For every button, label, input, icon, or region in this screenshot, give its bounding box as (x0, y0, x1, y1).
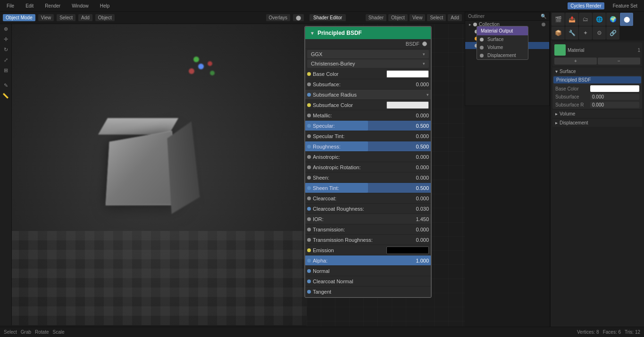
props-tab-render[interactable]: 🎬 (552, 13, 565, 26)
status-faces: Faces: 6 (603, 329, 621, 335)
clearcoat-normal-label: Clearcoat Normal (313, 279, 429, 284)
displacement-section-header[interactable]: ▸ Displacement (552, 119, 642, 127)
prop-emission[interactable]: Emission (305, 245, 431, 255)
surface-section-header[interactable]: ▾ Surface (552, 67, 642, 75)
prop-subsurface[interactable]: Subsurface: 0.000 (305, 79, 431, 90)
menu-render[interactable]: Render (42, 2, 63, 9)
prop-specular[interactable]: Specular: 0.500 (305, 121, 431, 131)
menu-edit[interactable]: Edit (23, 2, 36, 9)
prop-ior[interactable]: IOR: 1.450 (305, 214, 431, 224)
engine-options[interactable]: Feature Set (610, 2, 640, 9)
props-tab-world[interactable]: 🌍 (606, 13, 619, 26)
tab-shader-editor[interactable]: Shader Editor (309, 14, 346, 21)
subsurface-method-dropdown[interactable]: Christensen-Burley ▾ (307, 59, 429, 68)
outliner-filter-icon[interactable]: 🔍 (541, 14, 546, 19)
viewport-shading[interactable]: ⬤ (293, 14, 304, 21)
material-remove-btn[interactable]: − (598, 58, 640, 65)
prop-clearcoat-normal[interactable]: Clearcoat Normal (305, 276, 431, 287)
prop-roughness[interactable]: Roughness: 0.500 (305, 141, 431, 152)
status-scale-hint: Scale (53, 329, 65, 335)
prop-transmission-roughness[interactable]: Transmission Roughness: 0.000 (305, 235, 431, 245)
mode-selector[interactable]: Object Mode (3, 14, 35, 21)
tool-rotate[interactable]: ↻ (1, 45, 10, 54)
prop-subsurface-radius[interactable]: Subsurface Radius ▾ (305, 90, 431, 100)
add-menu[interactable]: Add (78, 14, 92, 21)
props-tab-view-layer[interactable]: 🗂 (579, 13, 592, 26)
prop-anisotropic-rotation[interactable]: Anisotropic Rotation: 0.000 (305, 162, 431, 173)
props-tab-physics[interactable]: ⚙ (593, 26, 606, 40)
displacement-expand-icon: ▸ (555, 120, 558, 125)
tool-cursor[interactable]: ⊕ (1, 24, 10, 33)
transmission-roughness-value: 0.000 (410, 237, 429, 243)
props-tab-output[interactable]: 📤 (565, 13, 578, 26)
sheen-label: Sheen: (313, 175, 410, 181)
prop-transmission[interactable]: Transmission: 0.000 (305, 224, 431, 235)
menu-help[interactable]: Help (97, 2, 113, 9)
ne-view-btn[interactable]: View (410, 14, 426, 21)
prop-specular-tint[interactable]: Specular Tint: 0.000 (305, 131, 431, 141)
prop-sheen-tint[interactable]: Sheen Tint: 0.500 (305, 183, 431, 193)
bsdf-output-row: BSDF (305, 39, 431, 49)
tool-measure[interactable]: 📏 (1, 91, 10, 100)
material-add-btn[interactable]: + (554, 58, 597, 65)
base-color-swatch[interactable] (386, 70, 429, 78)
object-menu[interactable]: Object (95, 14, 115, 21)
props-subsurface-label: Subsurface (555, 94, 588, 99)
subsurface-color-label: Subsurface Color (313, 102, 385, 108)
ne-add-btn[interactable]: Add (448, 14, 462, 21)
prop-tangent[interactable]: Tangent (305, 287, 431, 297)
tool-transform[interactable]: ⊞ (1, 66, 10, 75)
subsurface-color-swatch[interactable] (386, 101, 429, 109)
node-collapse-arrow[interactable]: ▼ (310, 31, 315, 36)
prop-sheen[interactable]: Sheen: 0.000 (305, 173, 431, 183)
props-base-color-value[interactable] (590, 85, 639, 92)
prop-clearcoat[interactable]: Clearcoat: 0.000 (305, 193, 431, 204)
ne-object-btn[interactable]: Object (388, 14, 408, 21)
ne-shader-type[interactable]: Shader (366, 14, 386, 21)
view-menu[interactable]: View (38, 14, 54, 21)
anisotropic-rotation-socket (307, 165, 311, 169)
engine-cycles[interactable]: Cycles Render (568, 2, 604, 9)
props-content: Material 1 + − ▾ Surface Principled BSDF… (551, 41, 644, 130)
emission-swatch[interactable] (386, 247, 429, 254)
viewport-overlays[interactable]: Overlays (266, 14, 290, 21)
volume-section-header[interactable]: ▸ Volume (552, 110, 642, 118)
props-tab-particles[interactable]: ✦ (579, 26, 592, 40)
tool-move[interactable]: ✛ (1, 34, 10, 44)
subsurface-socket (307, 82, 311, 86)
menu-file[interactable]: File (4, 2, 17, 9)
tool-scale[interactable]: ⤢ (1, 55, 10, 65)
tool-annotate[interactable]: ✎ (1, 81, 10, 90)
viewport-3d[interactable] (0, 12, 307, 325)
prop-base-color[interactable]: Base Color (305, 69, 431, 79)
specular-socket (307, 124, 311, 128)
props-tab-modifier[interactable]: 🔧 (565, 26, 578, 40)
prop-alpha[interactable]: Alpha: 1.000 (305, 255, 431, 266)
menu-window[interactable]: Window (69, 2, 92, 9)
prop-metallic[interactable]: Metallic: 0.000 (305, 110, 431, 121)
specular-tint-socket (307, 134, 311, 138)
specular-label: Specular: (313, 123, 410, 129)
props-tab-scene[interactable]: 🌐 (593, 13, 606, 26)
prop-anisotropic[interactable]: Anisotropic: 0.000 (305, 152, 431, 162)
select-menu[interactable]: Select (57, 14, 75, 21)
bsdf-output-socket[interactable] (422, 41, 427, 46)
distribution-dropdown[interactable]: GGX ▾ (307, 50, 429, 58)
props-subsurface-r-value[interactable]: 0.000 (590, 102, 639, 108)
props-tab-constraints[interactable]: 🔗 (606, 26, 619, 40)
sheen-tint-value: 0.500 (410, 185, 429, 191)
principled-bsdf-selector[interactable]: Principled BSDF (553, 76, 641, 83)
prop-subsurface-color[interactable]: Subsurface Color (305, 100, 431, 110)
props-tab-object[interactable]: 📦 (552, 26, 565, 40)
prop-normal[interactable]: Normal (305, 266, 431, 276)
status-rotate-hint: Rotate (35, 329, 49, 335)
material-output-node[interactable]: Material Output Surface Volume Displacem… (477, 26, 528, 60)
material-selector: Material 1 + − (552, 42, 642, 66)
props-subsurface-value[interactable]: 0.000 (590, 94, 639, 100)
viewport-grid (0, 231, 307, 325)
surface-section-label: Surface (560, 69, 576, 74)
ne-select-btn[interactable]: Select (427, 14, 446, 21)
status-select-hint: Select (4, 329, 17, 335)
props-tab-material[interactable]: ⬤ (620, 13, 633, 26)
prop-clearcoat-roughness[interactable]: Clearcoat Roughness: 0.030 (305, 204, 431, 214)
